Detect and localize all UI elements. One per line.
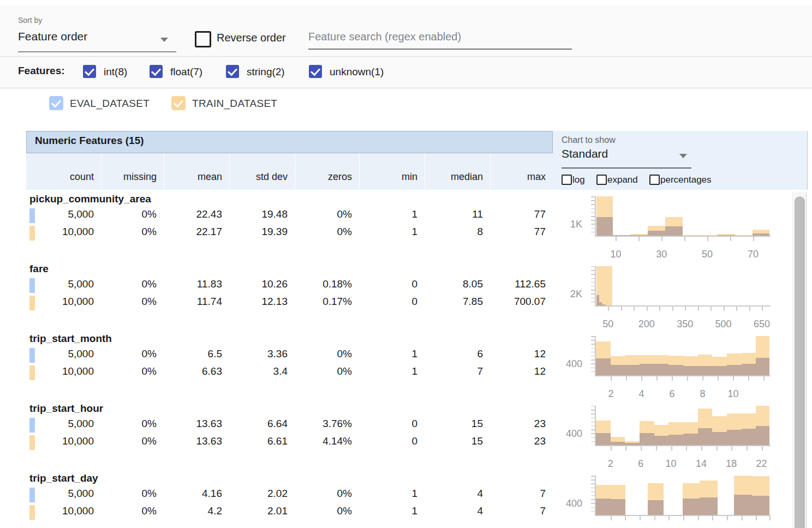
stat-value: 6: [425, 348, 483, 360]
column-header: missing: [101, 153, 164, 190]
eval-stats-row: 5,0000%6.53.360%1612: [26, 347, 553, 363]
x-axis-tick: [611, 446, 612, 451]
feature-name: trip_start_hour: [29, 403, 103, 415]
stat-value: 1: [359, 488, 417, 500]
stat-value: 2.02: [229, 488, 288, 500]
x-axis-tick: [625, 446, 626, 451]
feature-type-label: unknown(1): [330, 66, 384, 78]
y-axis-ticks: [591, 476, 595, 515]
x-axis-tick: [753, 237, 754, 241]
column-header: mean: [164, 153, 229, 190]
facets-overview-page: { "toolbar": { "sort_by_label": "Sort by…: [0, 0, 812, 528]
feature-type-checkbox[interactable]: [226, 65, 239, 78]
stat-value: 12.13: [229, 296, 288, 308]
eval-histogram-bar: [596, 433, 611, 445]
histogram-plot: 2610141822400: [595, 406, 770, 445]
stat-value: 3.36: [229, 348, 288, 360]
feature-type-label: int(8): [104, 66, 127, 78]
feature-type-checkbox[interactable]: [309, 65, 322, 78]
x-axis-tick: [712, 516, 713, 520]
feature-type-checkbox[interactable]: [83, 65, 96, 78]
feature-name: fare: [29, 263, 49, 275]
stat-value: 10,000: [26, 365, 94, 377]
reverse-order-checkbox[interactable]: [195, 31, 211, 47]
feature-name: trip_start_day: [29, 472, 98, 484]
stat-value: 0%: [101, 505, 157, 517]
stat-value: 0%: [101, 296, 157, 308]
feature-row: trip_start_hour5,0000%13.636.643.76%0152…: [26, 401, 553, 471]
eval-histogram-bar: [727, 430, 742, 445]
feature-type-label: float(7): [170, 66, 202, 78]
stat-value: 5,000: [26, 418, 94, 430]
feature-type-checkbox[interactable]: [150, 65, 163, 78]
train-stats-row: 10,0000%22.1719.390%1877: [26, 225, 553, 241]
stat-value: 0%: [101, 488, 157, 500]
eval-histogram-bar: [756, 358, 769, 375]
train-stats-row: 10,0000%6.633.40%1712: [26, 364, 553, 381]
eval-histogram-bar: [683, 499, 700, 515]
chevron-down-icon[interactable]: [160, 38, 168, 42]
eval-histogram-bar: [700, 497, 718, 515]
stat-value: 112.65: [490, 278, 546, 290]
x-axis-tick: [641, 446, 642, 451]
chart-to-show-panel: Chart to show Standard logexpandpercenta…: [553, 131, 808, 190]
feature-search-input[interactable]: [308, 28, 572, 50]
stat-value: 8.05: [425, 278, 483, 290]
y-axis-label: 400: [545, 428, 582, 440]
stat-value: 10,000: [26, 226, 94, 238]
stat-value: 0%: [101, 348, 157, 360]
stat-value: 15: [425, 435, 483, 447]
column-header: max: [490, 153, 553, 190]
x-axis-tick: [707, 237, 708, 241]
stat-value: 0%: [101, 208, 157, 220]
stat-value: 4: [425, 505, 483, 517]
stat-value: 4.2: [164, 505, 222, 517]
eval-histogram-bar: [712, 432, 727, 445]
stat-value: 10,000: [26, 296, 94, 308]
stat-value: 10,000: [26, 435, 94, 447]
x-axis-tick: [621, 307, 622, 311]
eval-stats-row: 5,0000%13.636.643.76%01523: [26, 417, 553, 433]
y-axis-line: [595, 406, 596, 446]
dataset-checkbox[interactable]: [171, 96, 186, 110]
eval-stats-row: 5,0000%11.8310.260.18%08.05112.65: [26, 277, 553, 293]
chevron-down-icon[interactable]: [679, 154, 687, 158]
x-axis-tick: [684, 237, 685, 241]
stat-value: 0.17%: [295, 296, 352, 308]
column-header: count: [26, 153, 101, 190]
chart-option-checkbox[interactable]: [562, 175, 572, 185]
x-axis-tick: [717, 446, 718, 451]
stat-value: 0: [359, 435, 417, 447]
stat-value: 15: [425, 418, 483, 430]
feature-histogram: 103050701K: [569, 192, 793, 262]
chart-option-label: log: [572, 175, 585, 185]
sort-by-select[interactable]: Feature order: [18, 30, 87, 43]
stat-value: 11: [425, 208, 483, 220]
x-axis-tick: [686, 446, 687, 451]
feature-row: trip_start_day5,0000%4.162.020%14710,000…: [26, 471, 553, 528]
features-filter-label: Features:: [18, 65, 65, 77]
stat-value: 7: [490, 488, 546, 500]
x-axis-tick: [718, 376, 719, 381]
stat-value: 1: [359, 348, 417, 360]
y-axis-line: [595, 336, 596, 376]
stat-value: 0%: [101, 365, 157, 377]
chart-option-checkbox[interactable]: [596, 175, 607, 185]
x-axis-tick: [634, 307, 635, 311]
chart-option-checkbox[interactable]: [649, 175, 660, 185]
feature-histogram: 246810400: [569, 332, 793, 401]
x-axis-tick: [668, 516, 670, 520]
column-header: zeros: [295, 153, 359, 190]
x-axis-tick: [701, 446, 702, 451]
x-axis-tick-label: 2: [593, 388, 628, 400]
stat-value: 0: [359, 278, 417, 290]
dataset-checkbox[interactable]: [49, 96, 63, 110]
feature-histogram: 502003505006502K: [569, 262, 793, 332]
chart-type-select[interactable]: Standard: [562, 147, 608, 160]
y-axis-label: 400: [545, 358, 582, 370]
column-header: min: [359, 153, 425, 190]
scrollbar-thumb[interactable]: [795, 196, 805, 528]
section-title: Numeric Features (15): [35, 135, 144, 147]
eval-histogram-bar: [596, 358, 611, 375]
stat-value: 19.39: [229, 226, 288, 238]
